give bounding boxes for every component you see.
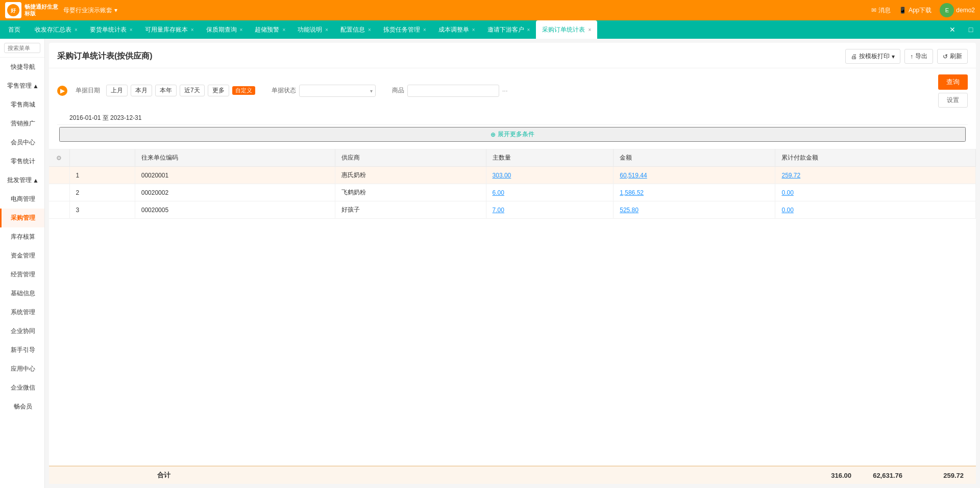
row-amount: 60,519.44 (614, 167, 775, 184)
sidebar-item-member-center[interactable]: 会员中心 (0, 133, 44, 152)
close-icon[interactable]: × (588, 27, 591, 33)
column-settings-icon[interactable]: ⚙ (56, 155, 62, 162)
goods-more-icon[interactable]: ··· (502, 87, 508, 94)
sidebar-item-operations[interactable]: 经营管理 (0, 265, 44, 284)
nav-tab-home[interactable]: 首页 (0, 20, 29, 39)
sidebar-item-basic-info[interactable]: 基础信息 (0, 284, 44, 303)
expand-filter-button[interactable]: ⊕ 展开更多条件 (59, 127, 966, 142)
row-settings (49, 201, 69, 219)
tab-label: 成本调整单 (438, 25, 469, 34)
refresh-icon: ↺ (943, 53, 948, 60)
sidebar-item-app-center[interactable]: 应用中心 (0, 359, 44, 378)
nav-tab-picking[interactable]: 拣货任务管理 × (377, 20, 432, 39)
sidebar-item-system[interactable]: 系统管理 (0, 303, 44, 322)
tab-label: 配置信息 (340, 25, 365, 34)
sidebar-item-purchase-mgmt[interactable]: 采购管理 (0, 209, 44, 227)
sidebar-item-enterprise[interactable]: 企业协同 (0, 322, 44, 341)
settings-button[interactable]: 设置 (938, 93, 968, 108)
close-icon[interactable]: × (423, 27, 426, 33)
sidebar-item-quick-nav[interactable]: 快捷导航 (0, 58, 44, 76)
tab-label: 收发存汇总表 (35, 25, 71, 34)
row-index: 3 (69, 201, 135, 219)
query-button[interactable]: 查询 (938, 74, 968, 90)
close-icon[interactable]: × (130, 27, 133, 33)
app-download-button[interactable]: 📱 App下载 (899, 6, 932, 15)
refresh-button[interactable]: ↺ 刷新 (937, 49, 968, 64)
tab-label: 拣货任务管理 (383, 25, 420, 34)
tab-label: 功能说明 (298, 25, 322, 34)
user-menu[interactable]: E demo2 (940, 3, 975, 17)
nav-tab-purchase-stats[interactable]: 采购订单统计表 × (536, 20, 597, 39)
sidebar-item-retail-mgmt[interactable]: 零售管理 ▲ (0, 76, 44, 95)
date-btn-more[interactable]: 更多 (208, 85, 229, 96)
top-right: ✉ 消息 📱 App下载 E demo2 (871, 3, 975, 17)
filter-toggle-button[interactable]: ▶ (57, 86, 67, 96)
row-index: 1 (69, 167, 135, 184)
nav-tab-collection[interactable]: 收发存汇总表 × (29, 20, 84, 39)
footer-quantity: 316.00 (817, 472, 857, 479)
sidebar-item-inventory[interactable]: 库存核算 (0, 227, 44, 246)
close-icon[interactable]: × (75, 27, 78, 33)
status-select[interactable] (299, 85, 376, 97)
close-icon[interactable]: × (282, 27, 285, 33)
filter-section: ▶ 单据日期 上月 本月 本年 近7天 更多 自定义 单据状态 (49, 68, 976, 149)
table-row: 1 00020001 惠氏奶粉 303.00 60,519.44 259.72 (49, 167, 976, 184)
row-paid: 259.72 (775, 167, 976, 184)
date-btn-this-year[interactable]: 本年 (155, 85, 177, 96)
footer-label: 合计 (157, 471, 170, 480)
date-btn-last-month[interactable]: 上月 (106, 85, 128, 96)
nav-maximize-button[interactable]: □ (962, 20, 980, 39)
status-label: 单据状态 (272, 86, 296, 95)
close-icon[interactable]: × (527, 27, 530, 33)
sidebar-item-retail-stats[interactable]: 零售统计 (0, 152, 44, 171)
sidebar-item-marketing[interactable]: 营销推广 (0, 114, 44, 133)
nav-tab-overstock[interactable]: 超储预警 × (249, 20, 291, 39)
col-supplier: 供应商 (335, 149, 486, 167)
close-icon[interactable]: × (325, 27, 328, 33)
nav-tab-config[interactable]: 配置信息 × (334, 20, 377, 39)
logo-area: 好 畅捷通好生意 标版 (5, 2, 58, 18)
search-input[interactable] (4, 43, 40, 53)
date-range-row: 2016-01-01 至 2023-12-31 (69, 112, 968, 124)
nav-tab-expiry[interactable]: 保质期查询 × (200, 20, 249, 39)
nav-tab-requisition[interactable]: 要货单统计表 × (84, 20, 139, 39)
goods-filter: 商品 ··· (392, 85, 508, 97)
goods-label: 商品 (392, 86, 404, 95)
date-filter-label: 单据日期 (76, 86, 100, 95)
sidebar-item-member[interactable]: 畅会员 (0, 397, 44, 416)
chevron-down-icon: ▲ (33, 177, 39, 184)
workspace-selector[interactable]: 母婴行业演示账套 ▾ (63, 6, 866, 15)
sidebar-item-finance[interactable]: 资金管理 (0, 246, 44, 265)
col-quantity: 主数量 (486, 149, 614, 167)
logo-text: 畅捷通好生意 标版 (24, 4, 58, 17)
sidebar-item-guide[interactable]: 新手引导 (0, 341, 44, 359)
sidebar-item-wholesale[interactable]: 批发管理 ▲ (0, 171, 44, 190)
table-header-row: ⚙ 往来单位编码 供应商 主数量 金额 累计付款金额 (49, 149, 976, 167)
date-btn-this-month[interactable]: 本月 (131, 85, 152, 96)
nav-tab-function[interactable]: 功能说明 × (291, 20, 334, 39)
chevron-down-icon: ▲ (33, 83, 39, 90)
nav-tab-available[interactable]: 可用量库存账本 × (139, 20, 200, 39)
close-icon[interactable]: × (368, 27, 371, 33)
close-icon[interactable]: × (472, 27, 475, 33)
nav-tab-invite[interactable]: 邀请下游客户 × (481, 20, 536, 39)
row-unit-code: 00020005 (135, 201, 335, 219)
row-quantity: 7.00 (486, 201, 614, 219)
date-btn-7days[interactable]: 近7天 (180, 85, 205, 96)
user-name: demo2 (956, 7, 975, 14)
top-bar: 好 畅捷通好生意 标版 母婴行业演示账套 ▾ ✉ 消息 📱 App下载 E de… (0, 0, 980, 20)
sidebar-item-wechat[interactable]: 企业微信 (0, 378, 44, 397)
template-print-button[interactable]: 🖨 按模板打印 ▾ (845, 49, 900, 64)
nav-tab-cost[interactable]: 成本调整单 × (432, 20, 481, 39)
sidebar-item-ecommerce[interactable]: 电商管理 (0, 190, 44, 209)
avatar-initials: E (945, 7, 949, 13)
sidebar-item-retail-shop[interactable]: 零售商城 (0, 95, 44, 114)
nav-close-button[interactable]: ✕ (943, 20, 962, 39)
goods-input[interactable] (407, 85, 499, 97)
close-icon[interactable]: × (191, 27, 194, 33)
export-button[interactable]: ↑ 导出 (904, 49, 933, 64)
row-paid: 0.00 (775, 201, 976, 219)
main-layout: 快捷导航 零售管理 ▲ 零售商城 营销推广 会员中心 零售统计 批发管理 ▲ 电… (0, 39, 980, 488)
close-icon[interactable]: × (240, 27, 243, 33)
message-button[interactable]: ✉ 消息 (871, 6, 891, 15)
